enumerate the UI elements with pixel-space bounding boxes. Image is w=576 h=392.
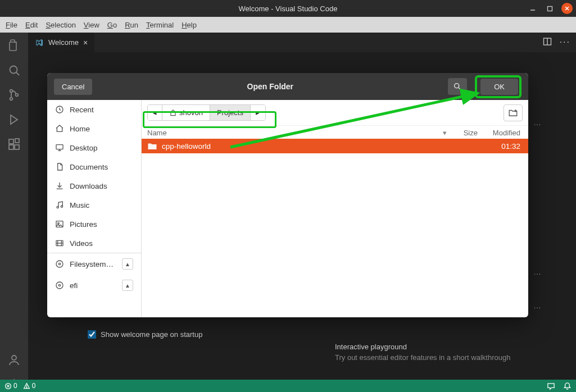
more-icon[interactable]: ··· — [560, 37, 570, 47]
window-controls — [528, 3, 573, 14]
svg-point-14 — [12, 355, 16, 360]
explorer-icon[interactable] — [7, 38, 21, 53]
window-title: Welcome - Visual Studio Code — [239, 4, 338, 13]
column-name[interactable]: Name — [147, 129, 439, 137]
place-home[interactable]: Home — [47, 119, 141, 138]
file-modified: 01:32 — [478, 142, 523, 151]
menu-file[interactable]: File — [6, 21, 17, 29]
menu-help[interactable]: Help — [182, 21, 197, 29]
status-errors[interactable]: 0 — [4, 382, 17, 390]
place-downloads[interactable]: Downloads — [47, 176, 141, 195]
downloads-icon — [55, 181, 64, 190]
eject-icon[interactable]: ▲ — [122, 258, 133, 270]
bell-icon[interactable] — [563, 382, 572, 390]
truncated-text: … — [533, 267, 541, 276]
menu-terminal[interactable]: Terminal — [146, 21, 174, 29]
playground-subtitle: Try out essential editor features in a s… — [335, 353, 510, 362]
welcome-checkbox-row: Show welcome page on startup — [88, 330, 202, 339]
playground-title[interactable]: Interactive playground — [335, 343, 510, 351]
maximize-icon[interactable] — [545, 3, 555, 13]
svg-rect-1 — [547, 6, 552, 11]
place-efi[interactable]: efi ▲ — [47, 275, 141, 296]
svg-rect-4 — [10, 42, 16, 51]
column-size[interactable]: Size — [450, 129, 478, 137]
desktop-icon — [55, 143, 64, 152]
svg-point-38 — [58, 263, 60, 265]
folder-icon — [147, 142, 157, 151]
pictures-icon — [55, 220, 64, 229]
status-warnings[interactable]: 0 — [23, 382, 36, 390]
place-documents[interactable]: Documents — [47, 157, 141, 176]
place-videos[interactable]: Videos — [47, 234, 141, 253]
svg-point-39 — [56, 282, 63, 289]
account-icon[interactable] — [7, 353, 21, 367]
menu-view[interactable]: View — [84, 21, 99, 29]
tab-bar: Welcome × — [28, 33, 576, 52]
svg-rect-13 — [15, 139, 19, 143]
file-name: cpp-helloworld — [162, 142, 450, 151]
svg-point-9 — [16, 94, 19, 97]
playground-section: Interactive playground Try out essential… — [335, 343, 510, 362]
menubar: File Edit Selection View Go Run Terminal… — [0, 17, 576, 33]
place-pictures[interactable]: Pictures — [47, 215, 141, 234]
svg-point-32 — [58, 222, 60, 224]
place-filesystem[interactable]: Filesystem… ▲ — [47, 253, 141, 275]
path-nav: ◂ shovon Projects ▸ — [147, 104, 266, 121]
path-back-button[interactable]: ◂ — [148, 105, 162, 120]
place-recent[interactable]: Recent — [47, 100, 141, 119]
tab-welcome[interactable]: Welcome × — [28, 33, 94, 52]
feedback-icon[interactable] — [547, 382, 555, 390]
dialog-title: Open Folder — [98, 82, 442, 91]
search-icon[interactable] — [7, 63, 21, 78]
svg-point-40 — [58, 284, 60, 286]
minimize-icon[interactable] — [528, 3, 538, 13]
svg-point-37 — [56, 261, 63, 267]
svg-point-23 — [455, 84, 459, 88]
home-icon — [55, 124, 64, 133]
extensions-icon[interactable] — [7, 137, 21, 152]
run-debug-icon[interactable] — [7, 112, 21, 127]
editor-actions: ··· — [543, 37, 570, 47]
path-segment-current[interactable]: Projects — [210, 105, 251, 120]
source-control-icon[interactable] — [7, 88, 21, 102]
place-music[interactable]: Music — [47, 195, 141, 215]
svg-point-7 — [10, 90, 13, 93]
file-row[interactable]: cpp-helloworld 01:32 — [142, 139, 528, 153]
disk-icon — [55, 259, 64, 268]
tab-close-icon[interactable]: × — [83, 38, 88, 47]
music-icon — [55, 200, 64, 209]
show-welcome-label: Show welcome page on startup — [101, 330, 202, 339]
videos-icon — [55, 239, 64, 248]
split-editor-icon[interactable] — [543, 37, 552, 47]
svg-line-6 — [16, 72, 19, 75]
svg-rect-10 — [9, 139, 13, 144]
dialog-body: Recent Home Desktop Documents Downloads … — [47, 100, 528, 317]
column-modified[interactable]: Modified — [478, 129, 523, 137]
menu-run[interactable]: Run — [125, 21, 138, 29]
close-icon[interactable] — [561, 3, 573, 14]
cancel-button[interactable]: Cancel — [54, 79, 92, 95]
place-desktop[interactable]: Desktop — [47, 138, 141, 157]
dialog-search-button[interactable] — [448, 78, 467, 95]
show-welcome-checkbox[interactable] — [88, 330, 96, 339]
svg-point-30 — [61, 206, 62, 207]
svg-point-22 — [26, 387, 27, 388]
ok-button[interactable]: OK — [480, 79, 518, 95]
svg-point-29 — [57, 206, 58, 208]
sort-indicator-icon[interactable]: ▾ — [439, 129, 450, 137]
eject-icon[interactable]: ▲ — [122, 280, 133, 291]
svg-point-8 — [10, 98, 13, 101]
open-folder-dialog: Cancel Open Folder OK Recent Home Deskto… — [47, 73, 528, 317]
new-folder-button[interactable] — [504, 104, 523, 121]
window-titlebar: Welcome - Visual Studio Code — [0, 0, 576, 17]
menu-selection[interactable]: Selection — [46, 21, 75, 29]
dialog-header: Cancel Open Folder OK — [47, 73, 528, 100]
menu-go[interactable]: Go — [107, 21, 117, 29]
disk-icon — [55, 281, 64, 290]
file-columns: Name ▾ Size Modified — [142, 126, 528, 139]
files-pane: ◂ shovon Projects ▸ Name ▾ Size — [142, 100, 528, 317]
path-segment-home[interactable]: shovon — [162, 105, 210, 120]
truncated-text: … — [533, 118, 541, 127]
menu-edit[interactable]: Edit — [25, 21, 38, 29]
path-forward-button[interactable]: ▸ — [251, 105, 265, 120]
